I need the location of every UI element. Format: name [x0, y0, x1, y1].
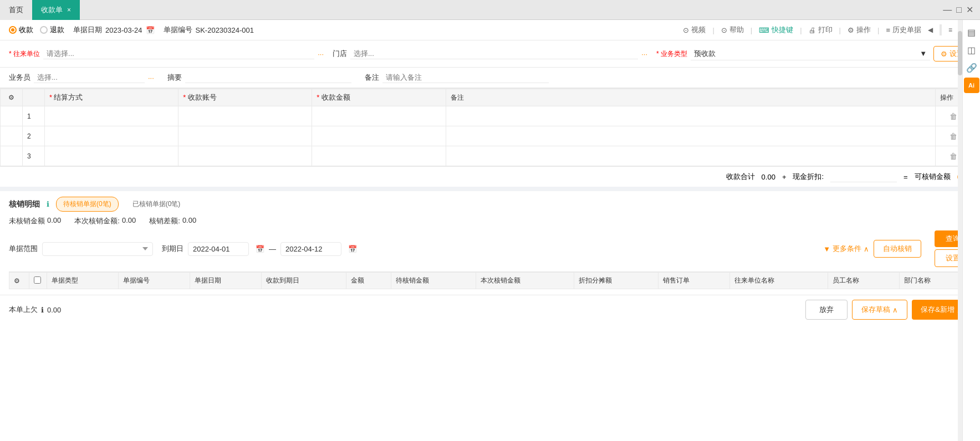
- td-settle-1[interactable]: [45, 106, 178, 126]
- store-label: 门店: [333, 49, 347, 59]
- summary-row: 收款合计 0.00 + 现金折扣: = 可核销金额 0.00: [0, 166, 980, 187]
- btn-list-view[interactable]: ≡: [948, 26, 952, 34]
- abandon-button[interactable]: 放弃: [805, 300, 848, 320]
- td-amount-3[interactable]: [312, 146, 446, 166]
- radio-refund-label: 退款: [50, 25, 64, 35]
- win-min-btn[interactable]: —: [943, 5, 952, 15]
- td-remark-2[interactable]: [446, 126, 936, 146]
- btn-shortcut[interactable]: ⌨ 快捷键: [759, 25, 793, 35]
- td-gear-1: [1, 106, 23, 126]
- radio-refund[interactable]: 退款: [40, 25, 64, 35]
- radio-refund-dot: [40, 26, 48, 34]
- delete-icon-3[interactable]: 🗑: [950, 152, 957, 161]
- hx-data-table: ⚙ 单据类型 单据编号 单据日期 收款到期日 金额 待核销金额 本次核销金额 折…: [9, 272, 971, 289]
- tab-active-label: 收款单: [41, 5, 63, 15]
- date-to-input[interactable]: [280, 242, 341, 256]
- unchecked-label: 未核销金额: [9, 216, 45, 226]
- shortcut-icon: ⌨: [759, 26, 769, 34]
- range-filter: 单据范围: [9, 242, 153, 256]
- th-number: 单据编号: [118, 273, 190, 289]
- td-settle-2[interactable]: [45, 126, 178, 146]
- td-amount-1[interactable]: [312, 106, 446, 126]
- remark-input[interactable]: [382, 72, 549, 83]
- sidebar-icon-1[interactable]: ▤: [964, 24, 979, 40]
- store-input[interactable]: [350, 48, 638, 59]
- store-more-icon[interactable]: ···: [641, 50, 647, 58]
- delete-icon-2[interactable]: 🗑: [950, 132, 957, 141]
- td-account-2[interactable]: [178, 126, 312, 146]
- date-from-cal-icon[interactable]: 📅: [256, 245, 264, 253]
- calendar-icon[interactable]: 📅: [146, 26, 155, 34]
- partner-more-icon[interactable]: ···: [318, 50, 324, 58]
- abstract-field: 摘要: [167, 72, 351, 83]
- save-draft-label: 保存草稿: [861, 305, 890, 315]
- btn-nav-left[interactable]: ◀: [928, 26, 933, 34]
- td-no-3: 3: [23, 146, 45, 166]
- btn-help[interactable]: ⊙ 帮助: [721, 25, 744, 35]
- scrollbar-thumb[interactable]: [958, 31, 962, 75]
- sales-input[interactable]: [34, 72, 145, 83]
- footer-info-icon[interactable]: ℹ: [41, 306, 44, 314]
- hx-info-icon[interactable]: ℹ: [47, 200, 49, 208]
- tab-active[interactable]: 收款单 ×: [32, 0, 80, 20]
- save-draft-button[interactable]: 保存草稿 ∧: [852, 300, 907, 320]
- btn-print[interactable]: 🖨 打印: [809, 25, 833, 35]
- btn-operate[interactable]: ⚙ 操作: [848, 25, 871, 35]
- th-gear-hx[interactable]: ⚙: [9, 273, 29, 289]
- td-settle-3[interactable]: [45, 146, 178, 166]
- td-amount-2[interactable]: [312, 126, 446, 146]
- hx-header: 核销明细 ℹ 待核销单据(0笔) 已核销单据(0笔): [9, 197, 971, 212]
- date-to-cal-icon[interactable]: 📅: [348, 245, 357, 253]
- th-check[interactable]: [29, 273, 47, 289]
- delete-icon-1[interactable]: 🗑: [950, 112, 957, 121]
- td-account-3[interactable]: [178, 146, 312, 166]
- win-restore-btn[interactable]: □: [956, 5, 962, 15]
- radio-receive[interactable]: 收款: [9, 25, 33, 35]
- sales-more-icon[interactable]: ···: [148, 74, 154, 82]
- biz-type-field: 业务类型 预收款 ▼ ⚙ 设置: [656, 46, 971, 61]
- number-label: 单据编号: [164, 25, 192, 35]
- th-account: * 收款账号: [178, 89, 312, 106]
- more-conditions-link[interactable]: ▼ 更多条件 ∧: [823, 244, 869, 254]
- hx-tab-pending[interactable]: 待核销单据(0笔): [56, 197, 119, 212]
- range-label: 单据范围: [9, 244, 38, 254]
- sidebar-icon-3[interactable]: 🔗: [964, 60, 979, 75]
- hx-filter-right: ▼ 更多条件 ∧ 自动核销: [823, 240, 921, 258]
- td-no-1: 1: [23, 106, 45, 126]
- radio-receive-dot: [9, 26, 17, 34]
- biz-type-select[interactable]: 预收款 ▼: [691, 48, 930, 60]
- sidebar-icon-4[interactable]: Ai: [964, 78, 979, 93]
- th-type: 单据类型: [47, 273, 119, 289]
- discount-input[interactable]: [830, 171, 897, 182]
- check-all[interactable]: [34, 276, 41, 284]
- td-remark-1[interactable]: [446, 106, 936, 126]
- tab-home[interactable]: 首页: [0, 0, 32, 20]
- range-select[interactable]: [42, 242, 153, 256]
- sidebar-icon-2[interactable]: ◫: [964, 42, 979, 58]
- btn-video[interactable]: ⊙ 视频: [683, 25, 706, 35]
- th-gear[interactable]: ⚙: [1, 89, 23, 106]
- btn-history[interactable]: ≡ 历史单据: [886, 25, 921, 35]
- td-account-1[interactable]: [178, 106, 312, 126]
- right-sidebar: ▤ ◫ 🔗 Ai: [962, 20, 980, 441]
- win-close-btn[interactable]: ✕: [966, 4, 973, 15]
- td-remark-3[interactable]: [446, 146, 936, 166]
- net-label: 可核销金额: [915, 172, 951, 182]
- biz-type-value: 预收款: [694, 49, 716, 59]
- table-wrapper: ⚙ * 结算方式 * 收款账号 * 收款金额: [0, 89, 980, 166]
- hx-tab-done[interactable]: 已核销单据(0笔): [125, 197, 188, 212]
- diff-value: 0.00: [182, 216, 196, 226]
- tab-home-label: 首页: [9, 5, 23, 15]
- th-remark: 备注: [446, 89, 936, 106]
- tab-close-icon[interactable]: ×: [67, 6, 71, 14]
- settings-icon: ⚙: [941, 50, 947, 58]
- abstract-input[interactable]: [185, 72, 351, 83]
- auto-hx-button[interactable]: 自动核销: [874, 240, 921, 258]
- receipt-table: ⚙ * 结算方式 * 收款账号 * 收款金额: [0, 88, 980, 166]
- partner-input[interactable]: [43, 48, 314, 59]
- date-from-input[interactable]: [188, 242, 249, 256]
- date-label: 单据日期: [73, 25, 102, 35]
- plus-sign: +: [782, 173, 787, 181]
- hx-title: 核销明细: [9, 199, 40, 209]
- sales-field: 业务员 ···: [9, 72, 154, 83]
